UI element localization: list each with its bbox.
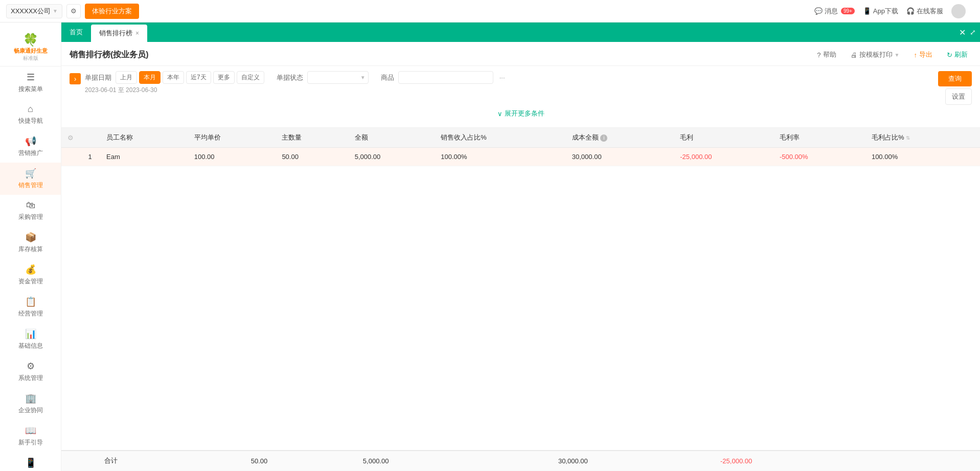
enterprise-icon: 🏢 (25, 393, 36, 404)
operations-icon: 📋 (25, 296, 36, 307)
logo-icon: 🍀 (23, 33, 38, 47)
logo-sub: 标准版 (23, 55, 38, 62)
export-button[interactable]: ↑ 导出 (910, 48, 937, 61)
date-label: 单据日期 (85, 73, 111, 82)
sidebar-label: 经营管理 (18, 309, 43, 318)
purchase-icon: 🛍 (26, 200, 35, 211)
date-buttons: 上月 本月 本年 近7天 更多 自定义 (116, 71, 264, 84)
column-settings-icon[interactable]: ⚙ (67, 134, 74, 142)
sidebar-item-purchase[interactable]: 🛍 采购管理 (0, 195, 61, 227)
footer-table: 合计 50.00 5,000.00 30,000.00 -25,000.00 (61, 451, 980, 471)
sidebar-label: 资金管理 (18, 277, 43, 286)
status-select[interactable] (307, 71, 369, 84)
basic-info-icon: 📊 (25, 328, 36, 340)
row-main-qty: 50.00 (276, 148, 348, 166)
tab-maximize-icon[interactable]: ⤢ (970, 28, 976, 36)
sidebar-item-operations[interactable]: 📋 经营管理 (0, 291, 61, 323)
setting-button[interactable]: 设置 (945, 88, 972, 105)
sidebar-item-app-center[interactable]: 📱 应用中心 (0, 452, 61, 471)
goods-label: 商品 (381, 73, 394, 82)
row-gross-rate: -500.00% (773, 148, 865, 166)
sidebar-label: 销售管理 (18, 181, 43, 190)
app-center-icon: 📱 (25, 457, 36, 468)
message-icon: 💬 (814, 7, 823, 15)
guide-icon: 📖 (25, 425, 36, 436)
footer-cost: 30,000.00 (552, 451, 714, 471)
footer-avg-price (197, 451, 245, 471)
export-icon: ↑ (914, 51, 918, 59)
chevron-down-icon: ▼ (53, 8, 58, 14)
sidebar-item-finance[interactable]: 💰 资金管理 (0, 259, 61, 291)
sidebar-item-guide[interactable]: 📖 新手引导 (0, 420, 61, 452)
home-tab-label: 首页 (70, 28, 83, 37)
right-actions: 查询 设置 (938, 71, 972, 105)
sidebar-label: 企业协同 (18, 406, 43, 415)
home-icon: ⌂ (28, 104, 33, 115)
print-icon: 🖨 (851, 51, 857, 59)
sidebar-label: 采购管理 (18, 213, 43, 221)
company-selector[interactable]: XXXXXX公司 ▼ (6, 4, 62, 18)
tab-bar-right: ✕ ⤢ (959, 28, 980, 37)
help-icon: ? (817, 51, 821, 59)
date-btn-7days[interactable]: 近7天 (186, 71, 211, 84)
date-btn-more[interactable]: 更多 (213, 71, 235, 84)
date-filter-group: 单据日期 上月 本月 本年 近7天 更多 自定义 2023 (85, 71, 264, 95)
footer-label: 合计 (98, 451, 197, 471)
refresh-icon: ↻ (947, 51, 952, 59)
col-settings[interactable]: ⚙ (61, 128, 80, 148)
table-footer: 合计 50.00 5,000.00 30,000.00 -25,000.00 (61, 450, 980, 471)
table-header-row: ⚙ 员工名称 平均单价 主数量 全额 销售收入占比% 成本全额 i 毛利 (61, 128, 980, 148)
col-cost: 成本全额 i (566, 128, 674, 148)
query-button[interactable]: 查询 (938, 71, 972, 86)
footer-total: 5,000.00 (357, 451, 505, 471)
goods-input[interactable] (398, 71, 493, 84)
date-btn-custom[interactable]: 自定义 (237, 71, 264, 84)
sidebar-label: 基础信息 (18, 342, 43, 350)
sidebar-item-sales[interactable]: 🛒 销售管理 (0, 163, 61, 195)
footer-gross: -25,000.00 (714, 451, 885, 471)
sidebar-item-quick-nav[interactable]: ⌂ 快捷导航 (0, 99, 61, 130)
help-button[interactable]: ? 帮助 (813, 48, 840, 61)
col-sales-pct: 销售收入占比% (435, 128, 566, 148)
gross-pct-sort-icon[interactable]: ⇅ (906, 135, 910, 141)
messages-btn[interactable]: 💬 消息 99+ (814, 7, 855, 16)
date-btn-this-year[interactable]: 本年 (163, 71, 184, 84)
more-dots-icon[interactable]: ··· (497, 74, 507, 81)
app-download-btn[interactable]: 📱 App下载 (863, 7, 898, 16)
date-btn-this-month[interactable]: 本月 (139, 71, 161, 84)
row-avg-price: 100.00 (188, 148, 276, 166)
expand-row: ∨ 展开更多条件 (70, 105, 972, 122)
footer-sales-pct (505, 451, 552, 471)
row-total: 5,000.00 (349, 148, 435, 166)
sidebar-item-marketing[interactable]: 📢 营销推广 (0, 130, 61, 163)
filter-section: › 单据日期 上月 本月 本年 近7天 更多 自定义 (61, 66, 980, 128)
row-index: 1 (80, 148, 100, 166)
date-btn-last-month[interactable]: 上月 (116, 71, 137, 84)
filter-expand-arrow[interactable]: › (70, 73, 81, 84)
sidebar-item-search-order[interactable]: ☰ 搜索菜单 (0, 66, 61, 99)
sidebar-item-basic-info[interactable]: 📊 基础信息 (0, 323, 61, 355)
row-cost: 30,000.00 (566, 148, 674, 166)
filter-main-row: › 单据日期 上月 本月 本年 近7天 更多 自定义 (70, 71, 972, 105)
footer-empty1 (61, 451, 78, 471)
tab-sales-ranking[interactable]: 销售排行榜 × (91, 25, 147, 42)
headset-icon: 🎧 (906, 7, 915, 15)
settings-icon[interactable]: ⚙ (66, 4, 81, 18)
row-sales-pct: 100.00% (435, 148, 566, 166)
finance-icon: 💰 (25, 264, 36, 275)
expand-conditions-button[interactable]: ∨ 展开更多条件 (493, 107, 549, 120)
tab-home[interactable]: 首页 (61, 23, 91, 42)
trial-button[interactable]: 体验行业方案 (85, 4, 139, 19)
row-name: Eam (100, 148, 188, 166)
date-filter-row: 单据日期 上月 本月 本年 近7天 更多 自定义 (85, 71, 264, 84)
sidebar-item-inventory[interactable]: 📦 库存核算 (0, 227, 61, 259)
refresh-button[interactable]: ↻ 刷新 (943, 48, 972, 61)
sidebar-item-enterprise[interactable]: 🏢 企业协同 (0, 388, 61, 420)
print-button[interactable]: 🖨 按模板打印 ▼ (847, 48, 904, 61)
cost-info-icon[interactable]: i (600, 134, 607, 142)
tab-close-window-icon[interactable]: ✕ (959, 28, 966, 37)
online-service-btn[interactable]: 🎧 在线客服 (906, 7, 943, 16)
sidebar-item-system[interactable]: ⚙ 系统管理 (0, 355, 61, 388)
avatar[interactable] (951, 4, 966, 18)
tab-close-icon[interactable]: × (135, 30, 139, 37)
